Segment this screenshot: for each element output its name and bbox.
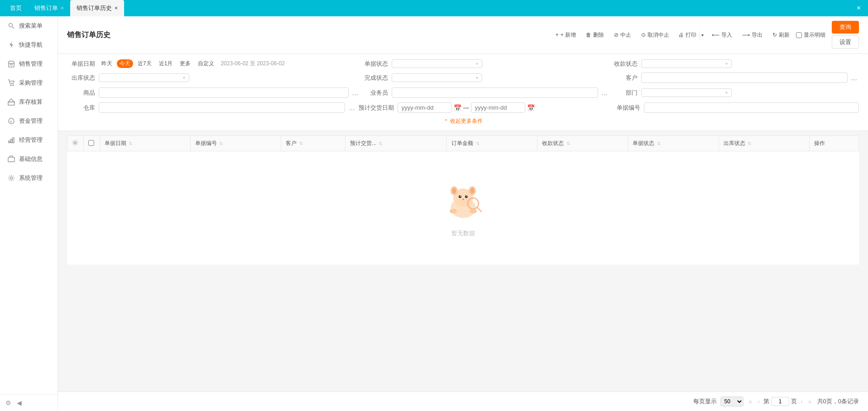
import-button[interactable]: ⟵ 导入 <box>708 29 736 41</box>
sidebar-item-nav[interactable]: 快捷导航 <box>0 35 58 54</box>
goods-label: 商品 <box>67 89 99 97</box>
th-receipt-status[interactable]: 收款状态 ⇅ <box>537 136 628 151</box>
sidebar-item-purchase[interactable]: 采购管理 <box>0 73 58 92</box>
delivery-date-end-input[interactable] <box>471 102 525 113</box>
warehouse-input[interactable] <box>99 102 345 113</box>
prev-page-button[interactable]: ‹ <box>756 397 762 406</box>
query-button[interactable]: 查询 <box>832 21 859 34</box>
tab-sales-order-close[interactable]: × <box>61 5 64 11</box>
date-tag-yesterday[interactable]: 昨天 <box>99 59 115 68</box>
empty-state: 暂无数据 <box>67 151 859 265</box>
svg-point-21 <box>470 188 474 193</box>
sort-receipt-icon: ⇅ <box>566 141 570 146</box>
delivery-date-start-input[interactable] <box>398 102 452 113</box>
tab-sales-order[interactable]: 销售订单 × <box>28 0 70 16</box>
th-out-status[interactable]: 出库状态 ⇅ <box>719 136 809 151</box>
date-tag-custom[interactable]: 自定义 <box>195 59 217 68</box>
tab-home[interactable]: 首页 <box>4 0 28 16</box>
delivery-date-start-calendar-icon[interactable]: 📅 <box>454 104 461 111</box>
th-amount[interactable]: 订单金额 ⇅ <box>447 136 537 151</box>
sort-date-icon: ⇅ <box>129 141 132 146</box>
warehouse-control: ... <box>99 102 357 113</box>
tab-sales-order-history-close[interactable]: × <box>115 5 118 11</box>
sidebar-item-finance[interactable]: ¥ 资金管理 <box>0 111 58 131</box>
tab-sales-order-history[interactable]: 销售订单历史 × <box>70 0 124 16</box>
toolbar: + + 新增 🗑 删除 ⊘ 中止 ⊙ 取消中止 🖨 <box>552 21 859 49</box>
sidebar-collapse-icon[interactable]: ◀ <box>17 399 22 406</box>
date-tag-1month[interactable]: 近1月 <box>156 59 176 68</box>
sidebar-item-sales-label: 销售管理 <box>19 60 43 68</box>
export-button[interactable]: ⟶ 导出 <box>739 29 766 41</box>
th-gear[interactable] <box>67 136 84 151</box>
export-icon: ⟶ <box>742 32 750 38</box>
print-button[interactable]: 🖨 打印 <box>676 29 699 41</box>
th-delivery[interactable]: 预计交货... ⇅ <box>345 136 446 151</box>
delivery-date-end-calendar-icon[interactable]: 📅 <box>527 104 535 111</box>
sidebar-item-sales[interactable]: 销售管理 <box>0 54 58 73</box>
info-icon <box>7 155 15 163</box>
first-page-button[interactable]: « <box>747 397 754 406</box>
cancel-stop-button[interactable]: ⊙ 取消中止 <box>638 29 673 41</box>
sidebar-item-search[interactable]: 搜索菜单 <box>0 16 58 35</box>
collapse-arrow-icon: ⌃ <box>444 118 448 125</box>
footer-pagination: 每页显示 20 50 100 « ‹ 第 页 › » 共0页，0条记录 <box>58 392 868 411</box>
date-tag-today[interactable]: 今天 <box>117 59 133 68</box>
out-status-select[interactable]: ▾ <box>99 73 189 82</box>
date-tag-7days[interactable]: 近7天 <box>135 59 154 68</box>
collapse-button[interactable]: ⌃ 收起更多条件 <box>67 117 859 125</box>
page-label: 第 <box>763 397 769 406</box>
customer-input[interactable] <box>641 73 848 83</box>
goods-dots-icon[interactable]: ... <box>350 89 360 97</box>
receipt-status-select[interactable]: ▾ <box>641 59 732 68</box>
delete-button[interactable]: 🗑 删除 <box>582 29 608 41</box>
salesperson-dots-icon[interactable]: ... <box>600 89 609 97</box>
cancel-stop-icon: ⊙ <box>641 32 646 38</box>
bill-no-input[interactable] <box>644 102 859 113</box>
th-bill-status[interactable]: 单据状态 ⇅ <box>628 136 719 151</box>
svg-point-20 <box>452 188 456 193</box>
complete-status-select[interactable]: ▾ <box>392 73 482 82</box>
goods-input[interactable] <box>99 87 349 98</box>
select-all-checkbox[interactable] <box>88 140 94 146</box>
svg-rect-6 <box>8 102 14 105</box>
th-date[interactable]: 单据日期 ⇅ <box>100 136 191 151</box>
flash-icon <box>7 41 15 49</box>
sidebar-item-system[interactable]: 系统管理 <box>0 169 58 188</box>
next-page-button[interactable]: › <box>799 397 805 406</box>
data-table: 单据日期 ⇅ 单据编号 ⇅ 客户 ⇅ 预计交货... <box>67 135 859 265</box>
print-dropdown-button[interactable]: ▾ <box>699 31 705 39</box>
sidebar-item-basic[interactable]: 基础信息 <box>0 150 58 169</box>
customer-dots-icon[interactable]: ... <box>849 74 859 82</box>
filter-row-4: 仓库 ... 预计交货日期 📅 — 📅 单据编号 <box>67 102 859 113</box>
delivery-date-separator: — <box>463 104 469 111</box>
page-navigation: « ‹ 第 页 › » <box>747 397 814 406</box>
sidebar-item-inventory[interactable]: 库存核算 <box>0 92 58 111</box>
sidebar-gear-icon[interactable]: ⚙ <box>5 399 11 406</box>
sort-no-icon: ⇅ <box>219 141 223 146</box>
th-no[interactable]: 单据编号 ⇅ <box>191 136 281 151</box>
import-icon: ⟵ <box>712 32 719 38</box>
bill-status-select[interactable]: ▾ <box>392 59 482 68</box>
stop-icon: ⊘ <box>614 32 619 38</box>
show-detail-checkbox[interactable] <box>796 32 802 38</box>
salesperson-input[interactable] <box>392 87 598 98</box>
last-page-button[interactable]: » <box>806 397 814 406</box>
stop-button[interactable]: ⊘ 中止 <box>610 29 635 41</box>
th-checkbox[interactable] <box>84 136 100 151</box>
empty-illustration <box>441 179 486 224</box>
print-icon: 🖨 <box>678 32 684 38</box>
date-tag-more[interactable]: 更多 <box>177 59 193 68</box>
show-detail-checkbox-label[interactable]: 显示明细 <box>796 31 825 39</box>
warehouse-dots-icon[interactable]: ... <box>347 104 356 112</box>
goods-control: ... <box>99 87 360 98</box>
sidebar-item-operation[interactable]: 经营管理 <box>0 131 58 150</box>
page-size-select[interactable]: 20 50 100 <box>720 396 743 406</box>
th-customer[interactable]: 客户 ⇅ <box>281 136 345 151</box>
new-button[interactable]: + + 新增 <box>552 29 580 41</box>
dept-select[interactable]: ▾ <box>641 88 732 97</box>
set-button[interactable]: 设置 <box>832 35 859 49</box>
tab-home-label: 首页 <box>10 4 22 12</box>
window-close-icon[interactable]: × <box>853 4 864 12</box>
page-number-input[interactable] <box>771 397 789 406</box>
refresh-button[interactable]: ↻ 刷新 <box>769 29 793 41</box>
